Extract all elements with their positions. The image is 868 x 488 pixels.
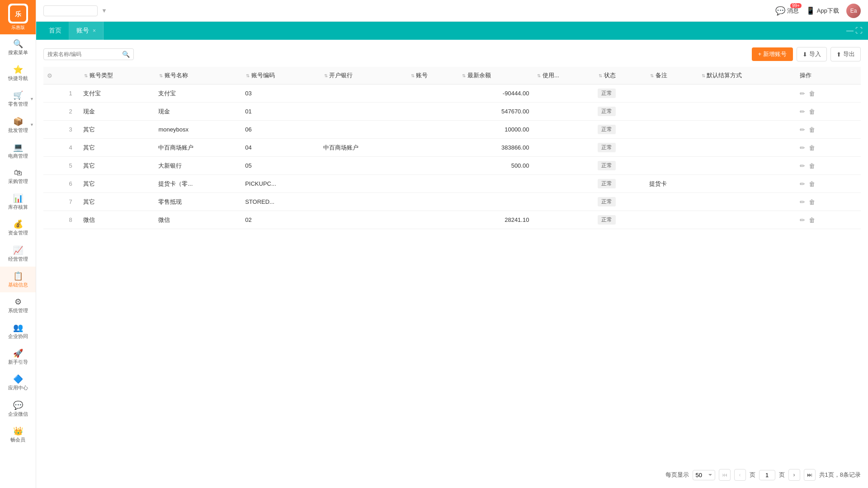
sidebar-item-finance[interactable]: 💰 资金管理 [0, 215, 36, 240]
wechat-icon: 💬 [13, 400, 23, 410]
edit-button[interactable]: ✏ [800, 180, 805, 188]
top-search-input[interactable] [43, 5, 98, 16]
th-account-type[interactable]: ⇅ 账号类型 [80, 67, 155, 84]
th-status[interactable]: ⇅ 状态 [594, 67, 646, 84]
delete-button[interactable]: 🗑 [809, 198, 815, 206]
sidebar-item-wechat[interactable]: 💬 企业微信 [0, 396, 36, 422]
row-account-no [406, 157, 458, 175]
page-of-label: 页 [779, 471, 785, 479]
search-box[interactable]: 🔍 [43, 48, 134, 60]
th-balance[interactable]: ⇅ 最新余额 [458, 67, 533, 84]
row-default-settlement [697, 193, 797, 211]
sidebar-item-retail[interactable]: 🛒 零售管理 ▼ [0, 86, 36, 112]
bank-sort-icon[interactable]: ⇅ [324, 73, 328, 78]
sidebar-item-purchase[interactable]: 🛍 采购管理 [0, 164, 36, 189]
edit-button[interactable]: ✏ [800, 198, 805, 206]
top-search-dropdown-icon[interactable]: ▼ [101, 7, 107, 14]
user-avatar[interactable]: Ea [846, 4, 861, 18]
balance-sort-icon[interactable]: ⇅ [462, 73, 466, 78]
page-size-select[interactable]: 50 100 [693, 470, 715, 480]
delete-button[interactable]: 🗑 [809, 216, 815, 224]
tab-account-close-icon[interactable]: × [93, 28, 96, 34]
row-balance [458, 193, 533, 211]
row-notes [646, 211, 697, 229]
sidebar-item-operations[interactable]: 📈 经营管理 [0, 241, 36, 267]
th-account-code[interactable]: ⇅ 账号编码 [241, 67, 320, 84]
sidebar-item-collab[interactable]: 👥 企业协同 [0, 318, 36, 344]
header-expand-icon[interactable]: ⛶ [855, 27, 863, 35]
header-minimize-icon[interactable]: — [846, 27, 854, 35]
row-usage [533, 175, 594, 193]
next-page-button[interactable]: › [788, 469, 800, 481]
account-type-sort-icon[interactable]: ⇅ [84, 73, 88, 78]
export-icon: ⬆ [836, 51, 841, 58]
first-page-button[interactable]: ⏮ [719, 469, 731, 481]
account-name-sort-icon[interactable]: ⇅ [159, 73, 163, 78]
delete-button[interactable]: 🗑 [809, 90, 815, 97]
edit-button[interactable]: ✏ [800, 108, 805, 115]
account-code-sort-icon[interactable]: ⇅ [246, 73, 250, 78]
sidebar-label-system: 系统管理 [8, 308, 28, 314]
th-num [61, 67, 80, 84]
app-download-button[interactable]: 📱 App下载 [806, 6, 839, 15]
column-settings-icon[interactable]: ⚙ [47, 72, 52, 79]
row-select-cell [43, 84, 61, 103]
row-usage [533, 211, 594, 229]
th-bank[interactable]: ⇅ 开户银行 [320, 67, 406, 84]
sidebar-item-wholesale[interactable]: 📦 批发管理 ▼ [0, 112, 36, 138]
delete-button[interactable]: 🗑 [809, 144, 815, 151]
wholesale-icon: 📦 [13, 117, 23, 127]
edit-button[interactable]: ✏ [800, 144, 805, 151]
row-status: 正常 [594, 211, 646, 229]
th-usage[interactable]: ⇅ 使用... [533, 67, 594, 84]
delete-button[interactable]: 🗑 [809, 108, 815, 115]
prev-page-button[interactable]: ‹ [734, 469, 746, 481]
system-icon: ⚙ [14, 297, 22, 307]
export-button[interactable]: ⬆ 导出 [830, 47, 861, 61]
search-input[interactable] [47, 51, 122, 57]
status-sort-icon[interactable]: ⇅ [599, 73, 602, 78]
row-account-name: 中百商场账户 [155, 139, 241, 157]
sidebar-item-inventory[interactable]: 📊 库存核算 [0, 189, 36, 215]
sidebar-item-basic-info[interactable]: 📋 基础信息 [0, 267, 36, 292]
row-usage [533, 139, 594, 157]
account-no-sort-icon[interactable]: ⇅ [411, 73, 415, 78]
edit-button[interactable]: ✏ [800, 162, 805, 169]
tab-home[interactable]: 首页 [42, 22, 69, 40]
sidebar-item-search[interactable]: 🔍 搜索菜单 [0, 34, 36, 60]
messages-button[interactable]: 💬 消息 99+ [775, 6, 799, 16]
delete-button[interactable]: 🗑 [809, 126, 815, 133]
usage-sort-icon[interactable]: ⇅ [537, 73, 541, 78]
th-default-settlement[interactable]: ⇅ 默认结算方式 [697, 67, 797, 84]
th-account-no[interactable]: ⇅ 账号 [406, 67, 458, 84]
row-usage [533, 121, 594, 139]
row-balance: 10000.00 [458, 121, 533, 139]
row-account-type: 其它 [80, 193, 155, 211]
import-button[interactable]: ⬇ 导入 [797, 47, 827, 61]
settlement-sort-icon[interactable]: ⇅ [702, 73, 705, 78]
delete-button[interactable]: 🗑 [809, 180, 815, 188]
add-account-button[interactable]: + 新增账号 [752, 47, 793, 61]
notes-sort-icon[interactable]: ⇅ [650, 73, 654, 78]
edit-button[interactable]: ✏ [800, 90, 805, 97]
member-icon: 👑 [13, 426, 23, 436]
sidebar-item-newbie[interactable]: 🚀 新手引导 [0, 344, 36, 370]
tab-account[interactable]: 账号 × [69, 22, 104, 40]
sidebar-item-system[interactable]: ⚙ 系统管理 [0, 292, 36, 318]
sidebar-item-member[interactable]: 👑 畅会员 [0, 422, 36, 447]
th-notes[interactable]: ⇅ 备注 [646, 67, 697, 84]
row-status: 正常 [594, 103, 646, 121]
download-label: App下载 [817, 7, 839, 15]
page-input[interactable] [759, 470, 775, 480]
last-page-button[interactable]: ⏭ [804, 469, 816, 481]
sidebar-item-ecommerce[interactable]: 💻 电商管理 [0, 138, 36, 164]
th-settings[interactable]: ⚙ [43, 67, 61, 84]
th-account-name[interactable]: ⇅ 账号名称 [155, 67, 241, 84]
sidebar-item-appstore[interactable]: 🔷 应用中心 [0, 370, 36, 395]
sidebar-label-wechat: 企业微信 [8, 411, 28, 417]
sidebar-item-quicknav[interactable]: ⭐ 快捷导航 [0, 60, 36, 86]
table-row: 5 其它 大新银行 05 500.00 正常 ✏ 🗑 [43, 157, 861, 175]
edit-button[interactable]: ✏ [800, 126, 805, 133]
edit-button[interactable]: ✏ [800, 216, 805, 224]
delete-button[interactable]: 🗑 [809, 162, 815, 169]
